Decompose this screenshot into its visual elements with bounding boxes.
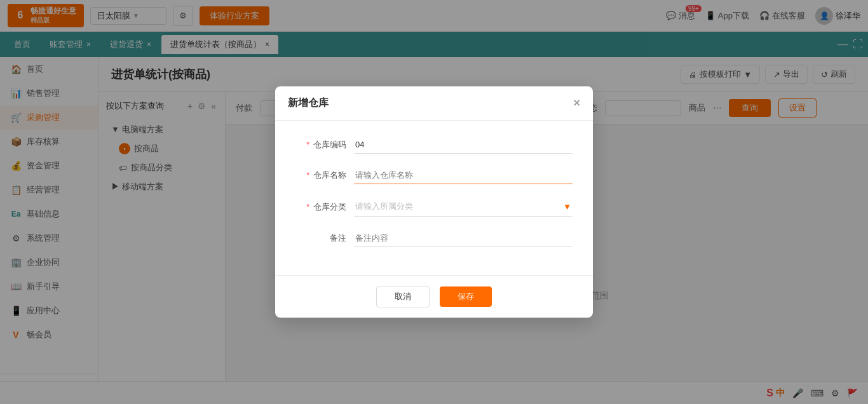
warehouse-code-row: * 仓库编码: [295, 136, 573, 154]
category-chevron-icon: ▼: [563, 202, 571, 212]
modal-overlay[interactable]: 新增仓库 × * 仓库编码 * 仓库名称: [0, 0, 868, 404]
warehouse-category-row: * 仓库分类 请输入所属分类 ▼: [295, 197, 573, 217]
modal-header: 新增仓库 ×: [275, 86, 593, 121]
warehouse-category-label: * 仓库分类: [295, 201, 346, 213]
add-warehouse-modal: 新增仓库 × * 仓库编码 * 仓库名称: [275, 86, 593, 318]
warehouse-code-input[interactable]: [354, 136, 573, 154]
warehouse-note-input[interactable]: [354, 229, 573, 247]
category-placeholder: 请输入所属分类: [355, 201, 413, 212]
modal-footer: 取消 保存: [275, 275, 593, 318]
name-required-mark: *: [306, 170, 309, 180]
category-required-mark: *: [306, 202, 309, 212]
warehouse-code-label: * 仓库编码: [295, 139, 346, 151]
modal-body: * 仓库编码 * 仓库名称 * 仓库分类 请输入所属: [275, 121, 593, 275]
modal-title: 新增仓库: [288, 97, 329, 110]
warehouse-name-input[interactable]: [354, 166, 573, 184]
warehouse-name-label: * 仓库名称: [295, 170, 346, 181]
warehouse-note-label: 备注: [295, 232, 346, 244]
cancel-button[interactable]: 取消: [376, 286, 430, 307]
code-required-mark: *: [306, 140, 309, 149]
warehouse-note-row: 备注: [295, 229, 573, 247]
modal-close-button[interactable]: ×: [573, 97, 580, 110]
warehouse-name-row: * 仓库名称: [295, 166, 573, 184]
save-button[interactable]: 保存: [440, 286, 492, 307]
warehouse-category-select[interactable]: 请输入所属分类 ▼: [354, 197, 573, 217]
